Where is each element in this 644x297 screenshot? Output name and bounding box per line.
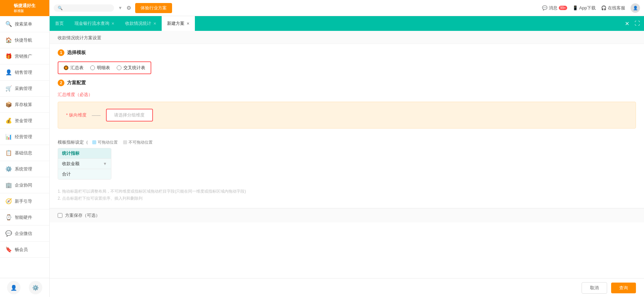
tab-home[interactable]: 首页	[50, 16, 69, 31]
section-config: 2 方案配置 汇总维度（必选） * 纵向维度 —— 请选择分组维度	[50, 80, 644, 139]
sidebar-collapse-btn[interactable]: 👤	[7, 281, 20, 294]
template-select-box: 汇总表 明细表 交叉统计表	[58, 61, 151, 74]
industry-solution-button[interactable]: 体验行业方案	[135, 3, 172, 13]
bottom-bar: 取消 查询	[50, 278, 644, 297]
topbar-search-box[interactable]: 🔍	[54, 4, 114, 12]
user-avatar[interactable]: 👤	[631, 3, 640, 13]
indicator-table-header: 统计指标	[58, 148, 111, 158]
save-plan-label: 方案保存（可选）	[65, 212, 100, 218]
tab-new-plan-close[interactable]: ✕	[186, 21, 190, 26]
non-draggable-dot	[123, 140, 127, 144]
app-download-label: App下载	[579, 5, 596, 11]
tab-new-plan[interactable]: 新建方案 ✕	[162, 16, 195, 31]
tab-receivable-label: 收款情况统计	[125, 20, 151, 27]
sidebar-item-label: 销售管理	[15, 69, 32, 76]
sidebar-item-label: 搜索菜单	[15, 21, 32, 27]
sidebar-item-inventory[interactable]: 📦 库存核算	[0, 97, 49, 113]
legend-non-draggable: 不可拖动位置	[123, 140, 153, 145]
section2-number: 2	[58, 80, 64, 86]
sidebar-item-basic-info[interactable]: 📋 基础信息	[0, 145, 49, 161]
tip-2: 2. 点击标题栏下拉可设置排序、插入列和删除列	[58, 196, 636, 201]
sidebar-item-label: 采购管理	[15, 86, 32, 92]
sidebar: 畅捷通好生 标准版 🔍 搜索菜单 🏠 快捷导航 🎁 营销推广 👤 销售管理 🛒 …	[0, 0, 50, 297]
tab-new-plan-label: 新建方案	[167, 20, 184, 27]
tips-section: 1. 拖动标题栏可以调整布局，不可跨维度或指标区域拖动栏目字段(只能在同一维度或…	[50, 186, 644, 208]
sidebar-item-hardware[interactable]: ⌚ 智能硬件	[0, 209, 49, 226]
content-area: 收款情况统计方案设置 1 选择模板 汇总表 明细表 交叉统计表	[50, 31, 644, 278]
online-service-label: 在线客服	[608, 5, 625, 11]
template-summary-radio[interactable]	[64, 65, 68, 70]
sidebar-item-label: 新手引导	[15, 198, 32, 204]
tab-expand-icon[interactable]: ⛶	[633, 19, 641, 28]
dim-arrow: ——	[92, 113, 101, 118]
sidebar-item-sales[interactable]: 👤 销售管理	[0, 64, 49, 81]
sidebar-item-operations[interactable]: 📊 经营管理	[0, 129, 49, 145]
sidebar-item-quick-nav[interactable]: 🏠 快捷导航	[0, 32, 49, 48]
topbar-dropdown-icon[interactable]: ▼	[118, 5, 122, 10]
app-icon: 📱	[573, 5, 578, 10]
sidebar-bottom: 👤 ⚙️	[0, 278, 49, 297]
member-icon: 🔖	[5, 246, 12, 253]
purchase-icon: 🛒	[5, 85, 12, 92]
sidebar-item-marketing[interactable]: 🎁 营销推广	[0, 48, 49, 64]
sidebar-item-label: 系统管理	[15, 166, 32, 172]
indicator-row-total: 合计	[58, 169, 111, 179]
tab-home-label: 首页	[55, 20, 64, 27]
nav-tabs: 首页 现金银行流水查询 ✕ 收款情况统计 ✕ 新建方案 ✕ ✕ ⛶	[50, 16, 644, 31]
dim-select-box[interactable]: 请选择分组维度	[106, 109, 153, 121]
cancel-button[interactable]: 取消	[582, 282, 607, 294]
section-template: 1 选择模板 汇总表 明细表 交叉统计表	[50, 44, 644, 80]
indicator-row-amount[interactable]: 收款金额 ▼	[58, 158, 111, 169]
legend-draggable: 可拖动位置	[92, 140, 118, 145]
sidebar-item-label: 快捷导航	[15, 37, 32, 43]
tab-receivable[interactable]: 收款情况统计 ✕	[120, 16, 162, 31]
footer-save-section: 方案保存（可选）	[50, 208, 644, 222]
sidebar-item-label: 经营管理	[15, 134, 32, 140]
vertical-dim-label: * 纵向维度	[66, 112, 87, 118]
tab-cash-flow-close[interactable]: ✕	[111, 21, 114, 26]
tab-cash-flow-label: 现金银行流水查询	[74, 20, 109, 27]
enterprise-icon: 🏢	[5, 182, 12, 188]
sidebar-item-label: 资金管理	[15, 118, 32, 124]
online-service-item[interactable]: 🎧 在线客服	[601, 5, 625, 11]
tip-1: 1. 拖动标题栏可以调整布局，不可跨维度或指标区域拖动栏目字段(只能在同一维度或…	[58, 189, 636, 194]
logo-edition: 标准版	[14, 9, 36, 13]
tab-receivable-close[interactable]: ✕	[153, 21, 156, 26]
messages-item[interactable]: 💬 消息 99+	[542, 5, 567, 11]
sidebar-item-wechat[interactable]: 💬 企业微信	[0, 226, 49, 242]
query-button[interactable]: 查询	[611, 283, 636, 293]
sidebar-settings-btn[interactable]: ⚙️	[29, 281, 42, 294]
indicator-dropdown-icon[interactable]: ▼	[103, 161, 107, 166]
sidebar-item-system[interactable]: ⚙️ 系统管理	[0, 161, 49, 177]
sidebar-item-purchase[interactable]: 🛒 采购管理	[0, 81, 49, 97]
gear-icon[interactable]: ⚙	[126, 5, 131, 11]
inventory-icon: 📦	[5, 101, 12, 108]
draggable-label: 可拖动位置	[98, 140, 118, 145]
sidebar-item-funds[interactable]: 💰 资金管理	[0, 113, 49, 129]
system-icon: ⚙️	[5, 166, 12, 172]
sidebar-item-label: 企业微信	[15, 231, 32, 237]
app-download-item[interactable]: 📱 App下载	[573, 5, 596, 11]
indicator-section: 模板指标设定（ 可拖动位置 不可拖动位置 统计指标 收款金额 ▼	[50, 139, 644, 186]
tab-close-all-icon[interactable]: ✕	[624, 19, 631, 28]
indicator-title: 模板指标设定（	[58, 139, 88, 145]
section1-number: 1	[58, 49, 64, 56]
template-summary[interactable]: 汇总表	[64, 65, 84, 71]
template-detail-radio[interactable]	[90, 65, 95, 70]
sidebar-item-guide[interactable]: 🧭 新手引导	[0, 193, 49, 209]
messages-label: 消息	[549, 5, 557, 11]
template-detail[interactable]: 明细表	[90, 65, 110, 71]
sidebar-item-search-menu[interactable]: 🔍 搜索菜单	[0, 16, 49, 32]
sidebar-item-enterprise[interactable]: 🏢 企业协同	[0, 177, 49, 193]
sidebar-item-label: 营销推广	[15, 53, 32, 59]
template-cross[interactable]: 交叉统计表	[117, 65, 145, 71]
sidebar-item-member[interactable]: 🔖 畅会员	[0, 242, 49, 258]
template-cross-radio[interactable]	[117, 65, 121, 70]
indicator-amount-label: 收款金额	[62, 161, 100, 167]
save-plan-checkbox[interactable]	[58, 213, 62, 218]
sidebar-item-label: 库存核算	[15, 102, 32, 108]
indicator-header: 模板指标设定（ 可拖动位置 不可拖动位置	[58, 139, 636, 145]
tab-cash-flow[interactable]: 现金银行流水查询 ✕	[69, 16, 120, 31]
template-cross-label: 交叉统计表	[123, 65, 145, 71]
draggable-dot	[92, 140, 96, 144]
